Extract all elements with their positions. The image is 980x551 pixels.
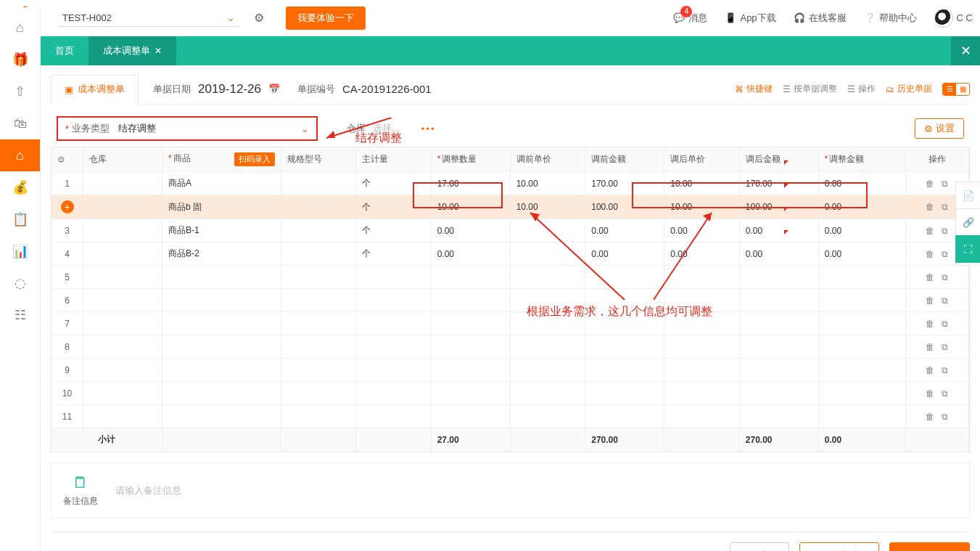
delete-icon[interactable]: 🗑 bbox=[926, 342, 934, 352]
view-toggle[interactable]: ☰▦ bbox=[942, 83, 970, 96]
shortcuts-link[interactable]: ⌘ 快捷键 bbox=[735, 83, 773, 95]
tab-cost-adjust[interactable]: 成本调整单 ✕ bbox=[88, 36, 176, 65]
biz-type-select[interactable]: * 业务类型 结存调整 ⌄ bbox=[57, 116, 318, 141]
user-menu[interactable]: C C bbox=[934, 9, 973, 28]
calendar-icon[interactable]: 📅 bbox=[268, 83, 280, 94]
remark-input[interactable] bbox=[115, 485, 958, 496]
delete-icon[interactable]: 🗑 bbox=[926, 412, 934, 422]
table-row[interactable]: +商品b 固个10.0010.00100.0010.00100.000.00🗑⧉ bbox=[52, 195, 969, 219]
docno-value: CA-20191226-001 bbox=[342, 83, 432, 95]
table-row[interactable]: 8🗑⧉ bbox=[52, 335, 969, 359]
copy-icon[interactable]: ⧉ bbox=[942, 249, 948, 259]
ops-link[interactable]: ☰ 操作 bbox=[847, 83, 876, 95]
table-row[interactable]: 3商品B-1个0.000.000.000.000.00🗑⧉ bbox=[52, 219, 969, 242]
col-aamt: 调后金额 bbox=[739, 147, 818, 172]
copy-icon[interactable]: ⧉ bbox=[942, 202, 948, 212]
nav-bag[interactable]: 🛍 bbox=[0, 107, 40, 139]
bydoc-label: 按单据调整 bbox=[794, 83, 837, 95]
table-row[interactable]: 1商品A个17.0010.00170.0010.00170.000.00🗑⧉ bbox=[52, 172, 969, 195]
table-row[interactable]: 9🗑⧉ bbox=[52, 359, 969, 382]
doc-icon: ▣ bbox=[65, 84, 73, 95]
table-row[interactable]: 11🗑⧉ bbox=[52, 405, 969, 428]
required-star: * bbox=[65, 123, 69, 134]
messages-link[interactable]: 💬 消息 4 bbox=[673, 12, 707, 25]
biz-type-label: 业务类型 bbox=[72, 122, 110, 135]
copy-icon[interactable]: ⧉ bbox=[942, 272, 948, 282]
main-content: ▣ 成本调整单 单据日期 2019-12-26 📅 单据编号 CA-201912… bbox=[41, 65, 980, 551]
copy-icon[interactable]: ⧉ bbox=[942, 226, 948, 236]
delete-icon[interactable]: 🗑 bbox=[926, 179, 934, 189]
delete-icon[interactable]: 🗑 bbox=[926, 202, 934, 212]
table-row[interactable]: 7🗑⧉ bbox=[52, 312, 969, 335]
footer: 放弃 保存草稿 保存 ⌄ bbox=[51, 531, 970, 552]
nav-warehouse[interactable]: ⌂ bbox=[0, 139, 40, 171]
nav-clipboard[interactable]: 📋 bbox=[0, 203, 40, 235]
delete-icon[interactable]: 🗑 bbox=[926, 226, 934, 236]
org-name: TEST-H002 bbox=[62, 12, 112, 23]
scan-button[interactable]: 扫码录入 bbox=[234, 152, 275, 166]
top-header: ϐ 标准版 TEST-H002 ⌄ ⚙ 我要体验一下 💬 消息 4 📱 App下… bbox=[0, 0, 980, 36]
delete-icon[interactable]: 🗑 bbox=[926, 295, 934, 306]
nav-up[interactable]: ⇧ bbox=[0, 75, 40, 107]
close-icon[interactable]: ✕ bbox=[155, 46, 162, 56]
col-adj: *调整金额 bbox=[818, 147, 905, 172]
copy-icon[interactable]: ⧉ bbox=[942, 342, 948, 352]
right-expand[interactable]: ⛶ bbox=[955, 235, 980, 263]
service-label: 在线客服 bbox=[809, 12, 847, 25]
table-row[interactable]: 10🗑⧉ bbox=[52, 382, 969, 405]
delete-icon[interactable]: 🗑 bbox=[926, 272, 934, 282]
right-note[interactable]: 📄 bbox=[955, 181, 980, 209]
doc-actions: ⌘ 快捷键 ☰ 按单据调整 ☰ 操作 🗂 历史单据 ☰▦ bbox=[735, 83, 970, 96]
bydoc-link[interactable]: ☰ 按单据调整 bbox=[783, 83, 837, 95]
col-spec: 规格型号 bbox=[281, 147, 356, 172]
table-row[interactable]: 5🗑⧉ bbox=[52, 266, 969, 289]
more-icon[interactable]: ••• bbox=[421, 123, 436, 134]
tab-active-label: 成本调整单 bbox=[103, 44, 150, 57]
copy-icon[interactable]: ⧉ bbox=[942, 179, 948, 189]
tab-home[interactable]: 首页 bbox=[41, 36, 88, 65]
tabs-close-all[interactable]: ✕ bbox=[951, 36, 980, 65]
date-value[interactable]: 2019-12-26 bbox=[198, 82, 261, 97]
table-row[interactable]: 4商品B-2个0.000.000.000.000.00🗑⧉ bbox=[52, 242, 969, 266]
save-draft-button[interactable]: 保存草稿 bbox=[799, 542, 879, 552]
right-link[interactable]: 🔗 bbox=[955, 208, 980, 236]
nav-gift[interactable]: 🎁 bbox=[0, 44, 40, 75]
copy-icon[interactable]: ⧉ bbox=[942, 319, 948, 329]
app-download-link[interactable]: 📱 App下载 bbox=[725, 12, 775, 25]
biz-type-value: 结存调整 bbox=[118, 122, 156, 135]
nav-new[interactable]: ☷ bbox=[0, 299, 40, 331]
org-selector[interactable]: TEST-H002 ⌄ bbox=[58, 9, 239, 27]
delete-icon[interactable]: 🗑 bbox=[926, 388, 934, 399]
nav-home[interactable]: ⌂ bbox=[0, 12, 40, 44]
remark-section: 🗒 备注信息 bbox=[51, 462, 970, 518]
nav-report[interactable]: 📊 bbox=[0, 235, 40, 267]
delete-icon[interactable]: 🗑 bbox=[926, 365, 934, 375]
discard-button[interactable]: 放弃 bbox=[730, 542, 789, 552]
doc-tab[interactable]: ▣ 成本调整单 bbox=[51, 75, 139, 105]
col-gear[interactable]: ⚙ bbox=[52, 147, 83, 172]
delete-icon[interactable]: 🗑 bbox=[926, 249, 934, 259]
settings-label: 设置 bbox=[936, 122, 955, 135]
nav-sync[interactable]: ◌ bbox=[0, 267, 40, 299]
chevron-down-icon: ⌄ bbox=[301, 123, 309, 134]
history-link[interactable]: 🗂 历史单据 bbox=[886, 83, 932, 95]
nav-money[interactable]: 💰 bbox=[0, 171, 40, 203]
ops-label: 操作 bbox=[858, 83, 876, 95]
service-link[interactable]: 🎧 在线客服 bbox=[794, 12, 847, 25]
warehouse-select[interactable]: 仓库 选择... ••• bbox=[347, 122, 436, 135]
save-button[interactable]: 保存 ⌄ bbox=[889, 542, 970, 552]
copy-icon[interactable]: ⧉ bbox=[942, 412, 948, 422]
help-link[interactable]: ❔ 帮助中心 bbox=[864, 12, 917, 25]
delete-icon[interactable]: 🗑 bbox=[926, 319, 934, 329]
copy-icon[interactable]: ⧉ bbox=[942, 388, 948, 399]
add-row-icon[interactable]: + bbox=[61, 200, 74, 213]
table-row[interactable]: 6🗑⧉ bbox=[52, 289, 969, 312]
settings-button[interactable]: ⚙ 设置 bbox=[915, 118, 964, 139]
data-table: ⚙ 仓库 *商品扫码录入 规格型号 主计量 *调整数量 调前单价 调前金额 调后… bbox=[51, 147, 970, 452]
copy-icon[interactable]: ⧉ bbox=[942, 365, 948, 375]
remark-label: 备注信息 bbox=[63, 495, 98, 507]
copy-icon[interactable]: ⧉ bbox=[942, 295, 948, 306]
gear-icon[interactable]: ⚙ bbox=[254, 11, 264, 25]
table-header-row: ⚙ 仓库 *商品扫码录入 规格型号 主计量 *调整数量 调前单价 调前金额 调后… bbox=[52, 147, 969, 172]
cta-button[interactable]: 我要体验一下 bbox=[286, 7, 366, 30]
